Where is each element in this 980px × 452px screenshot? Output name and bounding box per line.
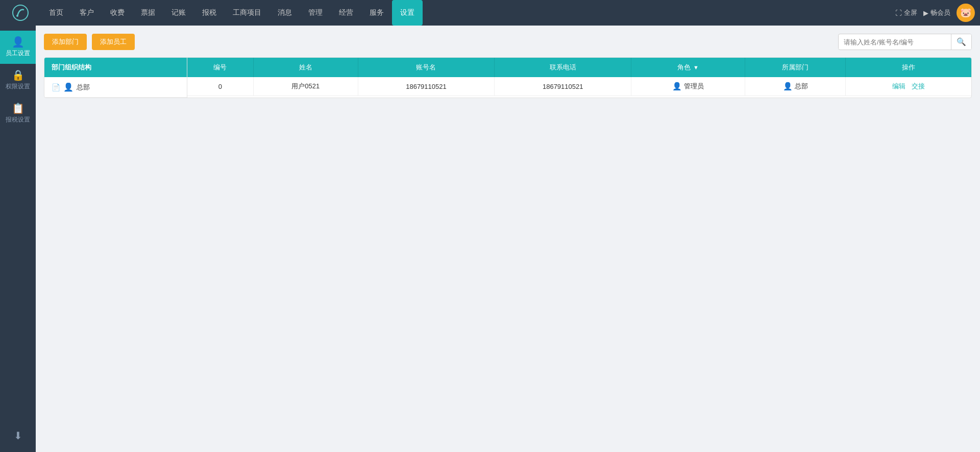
sidebar-icon-0: 👤	[12, 37, 24, 47]
nav-item-工商项目[interactable]: 工商项目	[225, 0, 270, 26]
sidebar-bottom: ⬇	[0, 424, 36, 452]
nav-item-客户[interactable]: 客户	[71, 0, 102, 26]
avatar[interactable]: 🐷	[957, 4, 975, 22]
nav-item-报税[interactable]: 报税	[194, 0, 225, 26]
user-icon: 👤	[63, 82, 74, 92]
nav-items: 首页客户收费票据记账报税工商项目消息管理经营服务设置	[41, 0, 895, 26]
main-layout: 👤员工设置🔒权限设置📋报税设置 ⬇ 添加部门 添加员工 🔍 部门组织结	[0, 26, 980, 452]
search-input[interactable]	[839, 35, 951, 49]
col-header-联系电话: 联系电话	[495, 58, 631, 77]
nav-item-票据[interactable]: 票据	[133, 0, 163, 26]
svg-point-1	[16, 15, 18, 17]
nav-right: ⛶ 全屏 ▶ 畅会员 🐷	[895, 4, 975, 22]
nav-item-收费[interactable]: 收费	[102, 0, 133, 26]
add-employee-button[interactable]: 添加员工	[92, 34, 135, 50]
sidebar: 👤员工设置🔒权限设置📋报税设置 ⬇	[0, 26, 36, 452]
top-nav: 首页客户收费票据记账报税工商项目消息管理经营服务设置 ⛶ 全屏 ▶ 畅会员 🐷	[0, 0, 980, 26]
employee-table: 编号姓名账号名联系电话角色 ▼所属部门操作 0 用户0521 186791105…	[187, 58, 971, 96]
table-row: 0 用户0521 18679110521 18679110521 👤 管理员 👤…	[187, 77, 971, 96]
col-header-所属部门: 所属部门	[745, 58, 845, 77]
nav-item-首页[interactable]: 首页	[41, 0, 71, 26]
toolbar: 添加部门 添加员工 🔍	[44, 34, 972, 50]
col-header-账号名: 账号名	[358, 58, 495, 77]
role-label: 管理员	[684, 82, 704, 91]
file-icon: 📄	[52, 83, 60, 91]
col-header-姓名: 姓名	[253, 58, 358, 77]
table-container: 部门组织结构 📄 👤 总部 编号姓名账号名联系电话角色 ▼所属部门操作	[44, 57, 972, 98]
tree-header-label: 部门组织结构	[52, 63, 91, 71]
fullscreen-icon: ⛶	[895, 9, 902, 17]
logo[interactable]	[5, 5, 36, 21]
member-label: 畅会员	[930, 8, 950, 17]
cell-dept: 👤 总部	[745, 77, 845, 96]
cell-phone: 18679110521	[495, 77, 631, 96]
cell-account: 18679110521	[358, 77, 495, 96]
cell-role: 👤 管理员	[631, 77, 745, 96]
tree-item-label: 总部	[77, 83, 90, 92]
svg-point-0	[13, 5, 28, 20]
sidebar-download[interactable]: ⬇	[0, 424, 36, 447]
content-area: 添加部门 添加员工 🔍 部门组织结构 📄 👤 总部	[36, 26, 980, 452]
member-button[interactable]: ▶ 畅会员	[923, 8, 950, 17]
nav-item-服务[interactable]: 服务	[361, 0, 392, 26]
tree-header: 部门组织结构	[44, 58, 187, 77]
sidebar-label-2: 报税设置	[6, 115, 30, 124]
col-header-编号: 编号	[187, 58, 253, 77]
tree-panel: 部门组织结构 📄 👤 总部	[44, 58, 187, 98]
cell-name: 用户0521	[253, 77, 358, 96]
table-panel: 编号姓名账号名联系电话角色 ▼所属部门操作 0 用户0521 186791105…	[187, 58, 971, 98]
sidebar-label-0: 员工设置	[6, 49, 30, 58]
nav-item-经营[interactable]: 经营	[331, 0, 361, 26]
avatar-emoji: 🐷	[960, 7, 971, 18]
nav-item-记账[interactable]: 记账	[163, 0, 194, 26]
col-header-操作: 操作	[846, 58, 971, 77]
sidebar-icon-1: 🔒	[12, 70, 24, 80]
cell-actions: 编辑 交接	[846, 77, 971, 96]
handover-link[interactable]: 交接	[912, 82, 925, 90]
sidebar-item-权限设置[interactable]: 🔒权限设置	[0, 64, 36, 97]
sidebar-item-员工设置[interactable]: 👤员工设置	[0, 31, 36, 64]
nav-item-管理[interactable]: 管理	[300, 0, 331, 26]
table-body: 0 用户0521 18679110521 18679110521 👤 管理员 👤…	[187, 77, 971, 96]
sidebar-label-1: 权限设置	[6, 82, 30, 91]
search-icon: 🔍	[957, 37, 966, 46]
dept-label: 总部	[795, 82, 808, 91]
download-icon: ⬇	[14, 431, 22, 441]
filter-icon[interactable]: ▼	[692, 64, 699, 70]
table-header: 编号姓名账号名联系电话角色 ▼所属部门操作	[187, 58, 971, 77]
sidebar-item-报税设置[interactable]: 📋报税设置	[0, 97, 36, 130]
header-row: 编号姓名账号名联系电话角色 ▼所属部门操作	[187, 58, 971, 77]
sidebar-icon-2: 📋	[12, 103, 24, 113]
role-user-icon: 👤	[672, 82, 682, 91]
col-header-角色[interactable]: 角色 ▼	[631, 58, 745, 77]
add-dept-button[interactable]: 添加部门	[44, 34, 87, 50]
play-icon: ▶	[923, 9, 928, 17]
tree-item-root[interactable]: 📄 👤 总部	[44, 77, 187, 98]
nav-item-设置[interactable]: 设置	[392, 0, 423, 26]
cell-id: 0	[187, 77, 253, 96]
search-button[interactable]: 🔍	[951, 34, 971, 50]
search-box: 🔍	[838, 34, 972, 50]
fullscreen-button[interactable]: ⛶ 全屏	[895, 8, 917, 17]
nav-item-消息[interactable]: 消息	[270, 0, 300, 26]
edit-link[interactable]: 编辑	[892, 82, 905, 90]
dept-user-icon: 👤	[783, 82, 793, 91]
fullscreen-label: 全屏	[904, 8, 917, 17]
